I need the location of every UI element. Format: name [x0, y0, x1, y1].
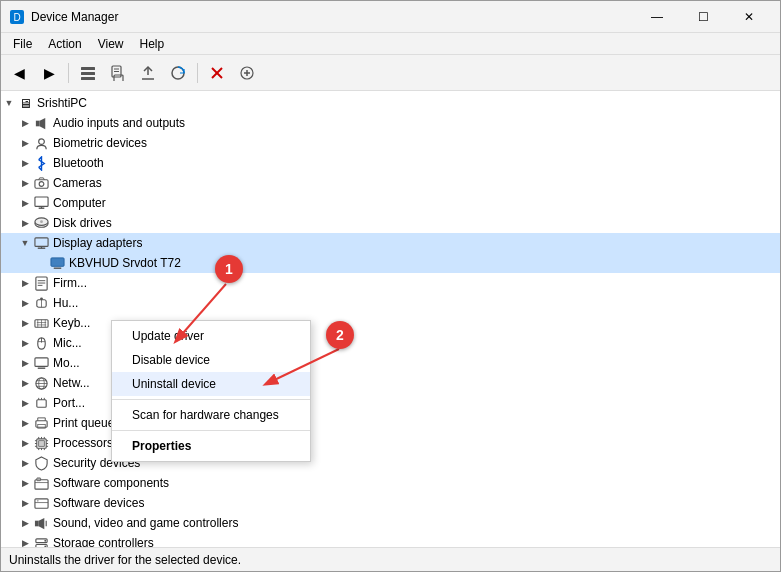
display-expander[interactable]: ▼: [17, 233, 33, 253]
monitors-label: Mo...: [53, 356, 80, 370]
app-icon: D: [9, 9, 25, 25]
svg-marker-17: [39, 117, 45, 128]
bluetooth-label: Bluetooth: [53, 156, 104, 170]
menu-bar: File Action View Help: [1, 33, 780, 55]
sw-components-icon: [33, 475, 49, 491]
ctx-uninstall-device[interactable]: Uninstall device: [112, 372, 310, 396]
svg-point-20: [39, 181, 44, 186]
bluetooth-icon: [33, 155, 49, 171]
menu-file[interactable]: File: [5, 35, 40, 53]
ctx-properties[interactable]: Properties: [112, 434, 310, 458]
update-driver-toolbar-button[interactable]: [134, 59, 162, 87]
close-button[interactable]: ✕: [726, 1, 772, 33]
svg-rect-61: [38, 440, 44, 446]
list-item[interactable]: ▶ Sound, video and game controllers: [1, 513, 780, 533]
processors-expander[interactable]: ▶: [17, 433, 33, 453]
network-label: Netw...: [53, 376, 90, 390]
sound-label: Sound, video and game controllers: [53, 516, 238, 530]
sound-icon: [33, 515, 49, 531]
svg-rect-76: [36, 477, 40, 480]
svg-rect-21: [34, 196, 47, 205]
sw-components-expander[interactable]: ▶: [17, 473, 33, 493]
svg-point-26: [40, 220, 43, 223]
display-label: Display adapters: [53, 236, 142, 250]
hid-expander[interactable]: ▶: [17, 293, 33, 313]
svg-text:D: D: [13, 12, 20, 23]
list-item[interactable]: ▶ Cameras: [1, 173, 780, 193]
list-item[interactable]: ▼ Display adapters: [1, 233, 780, 253]
svg-rect-74: [34, 479, 47, 488]
device-manager-window: D Device Manager — ☐ ✕ File Action View …: [0, 0, 781, 572]
list-item[interactable]: ▶ Software devices: [1, 493, 780, 513]
disk-expander[interactable]: ▶: [17, 213, 33, 233]
display-child-label: KBVHUD Srvdot T72: [69, 256, 181, 270]
network-expander[interactable]: ▶: [17, 373, 33, 393]
ctx-scan[interactable]: Scan for hardware changes: [112, 403, 310, 427]
back-button[interactable]: ◀: [5, 59, 33, 87]
root-label: SrishtiPC: [37, 96, 87, 110]
keyboards-expander[interactable]: ▶: [17, 313, 33, 333]
status-bar: Uninstalls the driver for the selected d…: [1, 547, 780, 571]
list-item[interactable]: ▶ Computer: [1, 193, 780, 213]
monitors-expander[interactable]: ▶: [17, 353, 33, 373]
storage-expander[interactable]: ▶: [17, 533, 33, 547]
sw-devices-expander[interactable]: ▶: [17, 493, 33, 513]
tree-root[interactable]: ▼ 🖥 SrishtiPC: [1, 93, 780, 113]
ports-label: Port...: [53, 396, 85, 410]
cameras-expander[interactable]: ▶: [17, 173, 33, 193]
sound-expander[interactable]: ▶: [17, 513, 33, 533]
svg-rect-3: [81, 72, 95, 75]
svg-rect-77: [34, 498, 47, 507]
svg-rect-4: [81, 77, 95, 80]
audio-icon: [33, 115, 49, 131]
firmware-expander[interactable]: ▶: [17, 273, 33, 293]
menu-action[interactable]: Action: [40, 35, 89, 53]
list-item[interactable]: ▶ Firm...: [1, 273, 780, 293]
biometric-label: Biometric devices: [53, 136, 147, 150]
list-item[interactable]: ▶ Storage controllers: [1, 533, 780, 547]
svg-point-86: [44, 545, 46, 547]
properties-button[interactable]: [104, 59, 132, 87]
hid-icon: [33, 295, 49, 311]
computer-label: Computer: [53, 196, 106, 210]
ctx-disable-device[interactable]: Disable device: [112, 348, 310, 372]
list-item[interactable]: ▶ Software components: [1, 473, 780, 493]
list-item[interactable]: ▶ Audio inputs and outputs: [1, 113, 780, 133]
computer-icon: 🖥: [17, 95, 33, 111]
computer-expander[interactable]: ▶: [17, 193, 33, 213]
menu-view[interactable]: View: [90, 35, 132, 53]
install-button[interactable]: [233, 59, 261, 87]
ctx-separator-2: [112, 430, 310, 431]
list-item[interactable]: ▶ Disk drives: [1, 213, 780, 233]
list-item[interactable]: ▶ KBVHUD Srvdot T72: [1, 253, 780, 273]
print-expander[interactable]: ▶: [17, 413, 33, 433]
toolbar: ◀ ▶: [1, 55, 780, 91]
svg-marker-81: [38, 517, 44, 528]
tree-view[interactable]: ▼ 🖥 SrishtiPC ▶ Audio inputs and outputs…: [1, 91, 780, 547]
audio-expander[interactable]: ▶: [17, 113, 33, 133]
security-expander[interactable]: ▶: [17, 453, 33, 473]
minimize-button[interactable]: —: [634, 1, 680, 33]
svg-rect-27: [34, 237, 47, 245]
svg-rect-6: [114, 75, 123, 81]
maximize-button[interactable]: ☐: [680, 1, 726, 33]
list-item[interactable]: ▶ Biometric devices: [1, 133, 780, 153]
remove-button[interactable]: [203, 59, 231, 87]
storage-label: Storage controllers: [53, 536, 154, 547]
list-item[interactable]: ▶ Hu...: [1, 293, 780, 313]
list-item[interactable]: ▶ Bluetooth: [1, 153, 780, 173]
menu-help[interactable]: Help: [132, 35, 173, 53]
biometric-expander[interactable]: ▶: [17, 133, 33, 153]
show-hide-button[interactable]: [74, 59, 102, 87]
storage-icon: [33, 535, 49, 547]
ports-expander[interactable]: ▶: [17, 393, 33, 413]
root-expander[interactable]: ▼: [1, 93, 17, 113]
firmware-icon: [33, 275, 49, 291]
keyboards-label: Keyb...: [53, 316, 90, 330]
mice-expander[interactable]: ▶: [17, 333, 33, 353]
ctx-update-driver[interactable]: Update driver: [112, 324, 310, 348]
forward-button[interactable]: ▶: [35, 59, 63, 87]
disk-label: Disk drives: [53, 216, 112, 230]
bluetooth-expander[interactable]: ▶: [17, 153, 33, 173]
scan-button[interactable]: [164, 59, 192, 87]
